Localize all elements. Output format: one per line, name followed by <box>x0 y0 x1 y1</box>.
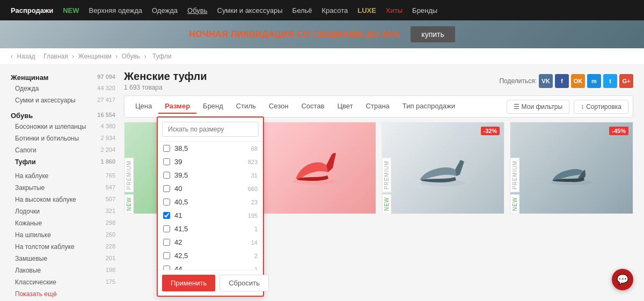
sidebar-item-lodochki[interactable]: Лодочки 321 <box>15 205 115 217</box>
size-item[interactable]: 39823 <box>158 155 263 168</box>
product-label-new-1: NEW <box>125 194 134 214</box>
sidebar-item-women[interactable]: Женщинам 97 094 <box>11 70 115 83</box>
filter-tab-country[interactable]: Страна <box>360 99 396 114</box>
sidebar-item-boots[interactable]: Ботинки и ботильоны 2 934 <box>15 133 115 144</box>
sidebar-item-thick-heel[interactable]: На толстом каблуке 228 <box>15 241 115 253</box>
product-badge-4: -45% <box>609 127 628 135</box>
size-item[interactable]: 38,568 <box>158 142 263 155</box>
nav-shoes[interactable]: Обувь <box>187 6 207 14</box>
share-label: Поделиться: <box>499 77 537 85</box>
breadcrumb: ‹ Назад Главная › Женщинам › Обувь › Туф… <box>0 48 644 65</box>
size-search-input[interactable] <box>162 122 259 137</box>
sidebar-sub-shoes: Босоножки и шлепанцы 4 380 Ботинки и бот… <box>11 121 115 168</box>
social-share: Поделиться: VK f OK m t G+ <box>499 74 633 88</box>
sidebar-item-suede[interactable]: Замшевые 201 <box>15 253 115 265</box>
filter-actions: ☰ Мои фильтры ↕ Сортировка <box>507 100 628 114</box>
chat-button[interactable]: 💬 <box>612 269 633 290</box>
size-apply-button[interactable]: Применить <box>162 275 215 291</box>
sort-button[interactable]: ↕ Сортировка <box>574 100 628 114</box>
product-image-4 <box>510 122 633 214</box>
sidebar-item-tufli[interactable]: Туфли 1 860 <box>15 156 115 168</box>
nav-beauty[interactable]: Красота <box>322 6 348 14</box>
product-card-4[interactable]: -45% PREMIUM NEW <box>510 122 633 214</box>
sidebar-section-women: Женщинам 97 094 Одежда 44 320 Сумки и ак… <box>11 70 115 106</box>
page-count: 1 693 товара <box>124 84 207 91</box>
breadcrumb-current: Туфли <box>152 53 172 60</box>
nav-sale[interactable]: Распродажи <box>11 6 53 14</box>
filter-tab-price[interactable]: Цена <box>129 99 158 114</box>
product-card-3[interactable]: -32% PREMIUM NEW <box>382 122 505 214</box>
size-item[interactable]: 40660 <box>158 182 263 195</box>
sidebar-item-heels[interactable]: На каблуке 765 <box>15 170 115 182</box>
page-title-area: Женские туфли 1 693 товара <box>124 70 207 91</box>
sidebar-show-more[interactable]: Показать ещё <box>15 288 115 300</box>
size-list: 38,5683982339,5314066040,5234119541,5142… <box>158 141 263 270</box>
size-reset-button[interactable]: Сбросить <box>219 275 269 291</box>
size-item[interactable]: 40,523 <box>158 195 263 209</box>
sidebar-item-shoes-header[interactable]: Обувь 16 554 <box>11 108 115 121</box>
share-googleplus[interactable]: G+ <box>619 74 633 88</box>
nav-clothing[interactable]: Одежда <box>152 6 178 14</box>
sidebar-item-closed[interactable]: Закрытые 547 <box>15 182 115 194</box>
my-filters-button[interactable]: ☰ Мои фильтры <box>507 100 570 114</box>
filter-tab-sale-type[interactable]: Тип распродажи <box>396 99 462 114</box>
sidebar-item-sapogi[interactable]: Сапоги 2 204 <box>15 144 115 156</box>
promo-banner: НОЧНАЯ ЛИКВИДАЦИЯ СО СКИДКАМИ ДО 90% куп… <box>0 20 644 48</box>
share-facebook[interactable]: f <box>555 74 569 88</box>
breadcrumb-shoes[interactable]: Обувь <box>122 53 141 60</box>
top-navigation: Распродажи NEW Верхняя одежда Одежда Обу… <box>0 0 644 20</box>
nav-new[interactable]: NEW <box>63 6 79 14</box>
size-item[interactable]: 441 <box>158 262 263 270</box>
share-twitter[interactable]: t <box>603 74 617 88</box>
nav-luxe[interactable]: LUXE <box>357 6 376 14</box>
breadcrumb-back[interactable]: ‹ Назад <box>11 53 38 60</box>
nav-lingerie[interactable]: Бельё <box>292 6 312 14</box>
sidebar-item-clothing[interactable]: Одежда 44 320 <box>15 83 115 94</box>
filter-tab-brand[interactable]: Бренд <box>196 99 230 114</box>
sidebar-item-leather[interactable]: Кожаные 298 <box>15 217 115 229</box>
sidebar-sub-tufli: На каблуке 765 Закрытые 547 На высоком к… <box>11 170 115 300</box>
sidebar-item-classic[interactable]: Классические 175 <box>15 276 115 288</box>
sidebar-item-sandals[interactable]: Босоножки и шлепанцы 4 380 <box>15 121 115 133</box>
share-ok[interactable]: OK <box>571 74 585 88</box>
product-label-new-4: NEW <box>510 194 519 214</box>
filter-tab-material[interactable]: Состав <box>295 99 331 114</box>
filter-tab-season[interactable]: Сезон <box>262 99 295 114</box>
filter-tab-size[interactable]: Размер <box>158 99 196 114</box>
filter-tab-style[interactable]: Стиль <box>230 99 262 114</box>
size-item[interactable]: 41195 <box>158 209 263 222</box>
share-vk[interactable]: VK <box>539 74 553 88</box>
size-item[interactable]: 39,531 <box>158 168 263 182</box>
nav-upper-clothing[interactable]: Верхняя одежда <box>89 6 142 14</box>
filter-row: Цена Размер Бренд Стиль Сезон Состав Цве… <box>124 96 633 118</box>
product-badge-3: -32% <box>481 127 500 135</box>
breadcrumb-women[interactable]: Женщинам <box>78 53 111 60</box>
sidebar-item-lacquer[interactable]: Лаковые 198 <box>15 265 115 276</box>
sidebar-item-stiletto[interactable]: На шпильке 260 <box>15 229 115 241</box>
banner-buy-button[interactable]: купить <box>411 26 455 42</box>
product-image-2 <box>253 122 376 214</box>
size-item[interactable]: 42,52 <box>158 249 263 262</box>
page-title: Женские туфли <box>124 70 207 83</box>
product-label-premium-4: PREMIUM <box>510 158 519 192</box>
main-layout: Женщинам 97 094 Одежда 44 320 Сумки и ак… <box>0 65 644 301</box>
product-label-premium-1: PREMIUM <box>125 158 134 192</box>
size-item[interactable]: 41,51 <box>158 222 263 236</box>
breadcrumb-home[interactable]: Главная <box>43 53 68 60</box>
size-actions: Применить Сбросить <box>158 270 263 296</box>
product-card-2[interactable]: PREMIUM NEW <box>253 122 376 214</box>
product-image-3 <box>382 122 504 214</box>
content-area: Женские туфли 1 693 товара Поделиться: V… <box>124 70 633 300</box>
sidebar-section-shoes: Обувь 16 554 Босоножки и шлепанцы 4 380 … <box>11 108 115 168</box>
sidebar-item-bags[interactable]: Сумки и аксессуары 27 417 <box>15 94 115 106</box>
nav-hits[interactable]: Хиты <box>386 6 402 14</box>
nav-bags[interactable]: Сумки и аксессуары <box>217 6 283 14</box>
size-item[interactable]: 4214 <box>158 236 263 249</box>
nav-brands[interactable]: Бренды <box>412 6 437 14</box>
share-mailru[interactable]: m <box>587 74 601 88</box>
sidebar: Женщинам 97 094 Одежда 44 320 Сумки и ак… <box>11 70 115 300</box>
filter-tab-color[interactable]: Цвет <box>331 99 359 114</box>
sidebar-item-high-heel[interactable]: На высоком каблуке 507 <box>15 194 115 205</box>
size-dropdown: 38,5683982339,5314066040,5234119541,5142… <box>157 116 264 297</box>
product-label-new-3: NEW <box>382 194 391 214</box>
